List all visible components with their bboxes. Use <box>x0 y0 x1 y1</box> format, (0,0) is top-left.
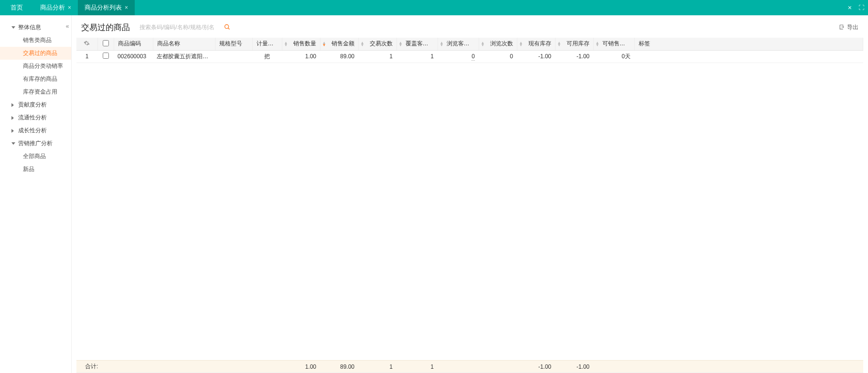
column-label: 销售金额 <box>332 40 354 47</box>
content-header: 交易过的商品 导出 <box>72 15 868 38</box>
sidebar-item-label: 新品 <box>23 166 34 172</box>
cell-value: 0 <box>472 53 475 61</box>
sidebar-item-traded-products[interactable]: 交易过的商品 <box>0 47 71 60</box>
chevron-down-icon <box>11 26 15 29</box>
cell-tags <box>634 50 863 63</box>
sort-icon: ▲▼ <box>361 42 364 46</box>
close-all-icon[interactable]: × <box>848 4 852 11</box>
column-sale-amt[interactable]: ▲▼销售金额 <box>320 38 358 50</box>
gear-icon <box>84 41 90 48</box>
sidebar-item-stock-capital[interactable]: 库存资金占用 <box>0 85 71 98</box>
sort-icon: ▲▼ <box>440 42 444 46</box>
top-tab-bar: 首页 商品分析 × 商品分析列表 × × ⛶ <box>0 0 868 15</box>
page-title: 交易过的商品 <box>81 22 130 33</box>
tab-product-analysis-list[interactable]: 商品分析列表 × <box>78 0 135 15</box>
sort-icon: ▲▼ <box>399 42 403 46</box>
totals-trade-cnt: 1 <box>358 361 396 373</box>
cell-checkbox[interactable] <box>97 50 114 63</box>
column-label: 计量单位 <box>257 40 279 47</box>
column-label: 浏览客户数 <box>447 40 475 47</box>
column-label: 交易次数 <box>370 40 393 47</box>
tab-home[interactable]: 首页 <box>0 0 33 15</box>
totals-sell-days <box>593 361 634 373</box>
cell-name: 左都胶囊五折遮阳伞防晒伞; <box>153 50 215 63</box>
content-area: 交易过的商品 导出 <box>72 15 868 373</box>
column-label: 浏览次数 <box>490 40 513 47</box>
row-checkbox[interactable] <box>103 53 109 59</box>
column-name[interactable]: 商品名称 <box>153 38 215 50</box>
sidebar-item-label: 有库存的商品 <box>23 75 57 82</box>
column-settings[interactable] <box>76 38 97 50</box>
cell-index: 1 <box>76 50 97 63</box>
sidebar-group-marketing[interactable]: 营销推广分析 <box>0 137 71 150</box>
sidebar-group-contribution[interactable]: 贡献度分析 <box>0 98 71 111</box>
search-input[interactable] <box>139 22 220 33</box>
column-stock-now[interactable]: ▲▼现有库存 <box>517 38 555 50</box>
cell-stock-avail: -1.00 <box>555 50 593 63</box>
svg-line-1 <box>228 28 230 29</box>
table-header-row: 商品编码 商品名称 规格型号 计量单位 ▲▼销售数量 ▲▼销售金额 ▲▼交易次数… <box>76 38 863 50</box>
totals-stock-now: -1.00 <box>517 361 555 373</box>
column-stock-avail[interactable]: ▲▼可用库存 <box>555 38 593 50</box>
sidebar-group-circulation[interactable]: 流通性分析 <box>0 111 71 124</box>
column-checkbox[interactable] <box>97 38 114 50</box>
totals-view-cnt <box>479 361 517 373</box>
column-code[interactable]: 商品编码 <box>114 38 153 50</box>
sort-icon: ▲▼ <box>519 42 523 46</box>
sidebar-group-overall[interactable]: 整体信息 <box>0 21 71 34</box>
totals-view-cust <box>438 361 479 373</box>
sidebar-item-label: 库存资金占用 <box>23 88 57 95</box>
totals-sale-qty: 1.00 <box>282 361 320 373</box>
close-icon[interactable]: × <box>68 4 71 11</box>
sidebar-item-all-products[interactable]: 全部商品 <box>0 150 71 163</box>
tab-product-analysis[interactable]: 商品分析 × <box>33 0 78 15</box>
sort-icon: ▲▼ <box>284 42 288 46</box>
column-spec[interactable]: 规格型号 <box>215 38 252 50</box>
column-view-cnt[interactable]: ▲▼浏览次数 <box>479 38 517 50</box>
sidebar-item-in-stock-products[interactable]: 有库存的商品 <box>0 73 71 85</box>
select-all-checkbox[interactable] <box>103 40 109 46</box>
sidebar-item-sales-products[interactable]: 销售类商品 <box>0 34 71 47</box>
search-wrap <box>139 22 231 33</box>
column-unit[interactable]: 计量单位 <box>252 38 282 50</box>
chevron-right-icon <box>11 103 14 107</box>
cell-sale-qty: 1.00 <box>282 50 320 63</box>
column-sale-qty[interactable]: ▲▼销售数量 <box>282 38 320 50</box>
export-icon <box>839 24 845 32</box>
totals-row: 合计: 1.00 89.00 1 1 -1.00 -1.00 <box>76 361 863 373</box>
totals-cover-cust: 1 <box>396 361 438 373</box>
export-button[interactable]: 导出 <box>839 23 858 32</box>
tab-product-analysis-list-label: 商品分析列表 <box>85 3 122 12</box>
chevron-down-icon <box>11 142 15 145</box>
totals-sale-amt: 89.00 <box>320 361 358 373</box>
sidebar-item-new-products[interactable]: 新品 <box>0 163 71 176</box>
column-trade-cnt[interactable]: ▲▼交易次数 <box>358 38 396 50</box>
sidebar-item-category-turnover[interactable]: 商品分类动销率 <box>0 60 71 73</box>
column-sell-days[interactable]: ▲▼可销售天数 <box>593 38 634 50</box>
column-view-cust[interactable]: ▲▼浏览客户数 <box>438 38 479 50</box>
sidebar-item-label: 销售类商品 <box>23 37 52 43</box>
sidebar-group-label: 贡献度分析 <box>18 101 47 109</box>
close-icon[interactable]: × <box>125 4 128 11</box>
table-row[interactable]: 1 002600003 左都胶囊五折遮阳伞防晒伞; 把 1.00 89.00 1… <box>76 50 863 63</box>
cell-spec <box>215 50 252 63</box>
products-table: 商品编码 商品名称 规格型号 计量单位 ▲▼销售数量 ▲▼销售金额 ▲▼交易次数… <box>76 38 863 63</box>
column-label: 商品名称 <box>157 40 180 47</box>
sort-icon: ▲▼ <box>481 42 485 46</box>
sidebar-group-label: 整体信息 <box>18 23 41 32</box>
cell-trade-cnt: 1 <box>358 50 396 63</box>
column-label: 规格型号 <box>219 40 242 47</box>
search-icon[interactable] <box>224 23 231 32</box>
cell-view-cust[interactable]: 0 <box>438 50 479 63</box>
sidebar-group-growth[interactable]: 成长性分析 <box>0 124 71 137</box>
column-cover-cust[interactable]: ▲▼覆盖客户数 <box>396 38 438 50</box>
sidebar-item-label: 商品分类动销率 <box>23 63 63 69</box>
table-scroll[interactable]: 商品编码 商品名称 规格型号 计量单位 ▲▼销售数量 ▲▼销售金额 ▲▼交易次数… <box>72 38 868 360</box>
sort-icon: ▲▼ <box>557 42 561 46</box>
column-tags[interactable]: 标签 <box>634 38 863 50</box>
cell-code: 002600003 <box>114 50 153 63</box>
sidebar-item-label: 全部商品 <box>23 153 46 160</box>
totals-stock-avail: -1.00 <box>555 361 593 373</box>
fullscreen-icon[interactable]: ⛶ <box>858 4 864 11</box>
sidebar-group-label: 成长性分析 <box>18 127 47 135</box>
